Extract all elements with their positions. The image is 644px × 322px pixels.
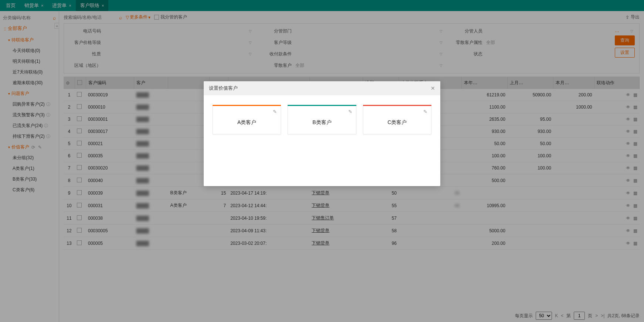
card-title: B类客户 — [292, 119, 352, 126]
card-b-class[interactable]: ✎ B类客户 — [288, 106, 356, 134]
edit-icon[interactable]: ✎ — [348, 109, 352, 114]
modal-overlay[interactable]: 设置价值客户 ✕ ✎ A类客户 ✎ B类客户 ✎ C类客户 — [0, 0, 644, 322]
modal-title: 设置价值客户 — [209, 85, 238, 92]
edit-icon[interactable]: ✎ — [423, 109, 427, 114]
modal-close-button[interactable]: ✕ — [431, 85, 435, 91]
card-a-class[interactable]: ✎ A类客户 — [213, 106, 281, 134]
card-title: A类客户 — [217, 119, 277, 126]
card-c-class[interactable]: ✎ C类客户 — [363, 106, 431, 134]
card-title: C类客户 — [367, 119, 427, 126]
edit-icon[interactable]: ✎ — [273, 109, 277, 114]
value-customer-modal: 设置价值客户 ✕ ✎ A类客户 ✎ B类客户 ✎ C类客户 — [204, 81, 440, 186]
modal-header: 设置价值客户 ✕ — [204, 81, 440, 95]
